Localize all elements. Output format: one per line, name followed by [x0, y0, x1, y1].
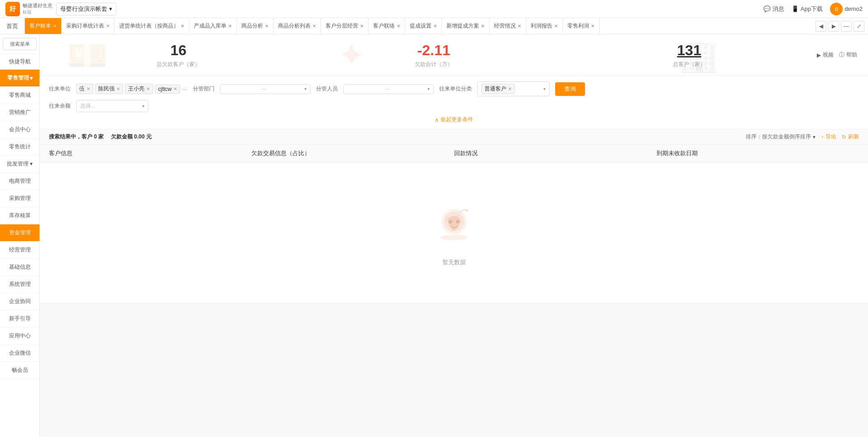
- tab-purchase-order-stats[interactable]: 采购订单统计表 ✕: [62, 18, 115, 34]
- person-filter-select[interactable]: ··· ▾: [343, 84, 434, 94]
- tab-product-inbound-close[interactable]: ✕: [228, 24, 232, 28]
- tab-inbound-stats-close[interactable]: ✕: [181, 24, 184, 28]
- sidebar-item-purchase[interactable]: 采购管理: [0, 190, 39, 207]
- tab-profit-report[interactable]: 利润报告 ✕: [526, 18, 563, 34]
- tab-customer-segment-close[interactable]: ✕: [360, 24, 364, 28]
- tab-product-analysis-list[interactable]: 商品分析列表 ✕: [273, 18, 321, 34]
- tab-add-solution-close[interactable]: ✕: [481, 24, 484, 28]
- sidebar-item-member-center[interactable]: 会员中心: [0, 121, 39, 138]
- tab-product-inbound[interactable]: 产成品入库单 ✕: [189, 18, 237, 34]
- tab-customer-ledger[interactable]: 客户账本 ✕: [25, 18, 62, 34]
- nav-maximize-button[interactable]: ⤢: [854, 21, 864, 32]
- tab-promotion-settings[interactable]: 提成设置 ✕: [405, 18, 442, 34]
- unit-tag-wu-remove[interactable]: ✕: [86, 86, 90, 91]
- sidebar-item-system[interactable]: 系统管理: [0, 276, 39, 293]
- results-search-prefix: 搜索结果中，客户: [49, 133, 92, 140]
- tab-purchase-order-stats-close[interactable]: ✕: [106, 24, 110, 28]
- nav-prev-button[interactable]: ◀: [815, 21, 826, 32]
- sidebar-item-marketing[interactable]: 营销推广: [0, 104, 39, 121]
- video-help-button[interactable]: ▶ 视频: [817, 51, 834, 59]
- tab-product-analysis[interactable]: 商品分析 ✕: [237, 18, 273, 34]
- sidebar-item-new-guide[interactable]: 新手引导: [0, 310, 39, 328]
- tab-product-analysis-list-label: 商品分析列表: [278, 22, 311, 30]
- tab-profit-report-close[interactable]: ✕: [554, 24, 558, 28]
- app-label: App下载: [801, 5, 823, 13]
- unit-tag-wang-remove[interactable]: ✕: [146, 86, 150, 91]
- balance-filter-select[interactable]: 选择... ▾: [76, 100, 149, 112]
- results-actions: 排序：按欠款金额倒序排序 ▾ ↑ 导出 ↻ 刷新: [746, 133, 859, 141]
- sidebar-item-batch-mgmt-label: 批发管理 ▾: [7, 161, 33, 167]
- export-button[interactable]: ↑ 导出: [821, 133, 836, 141]
- export-icon: ↑: [821, 134, 824, 140]
- refresh-icon: ↻: [842, 134, 846, 140]
- tab-customer-segment[interactable]: 客户分层经营 ✕: [321, 18, 369, 34]
- collapse-button[interactable]: ∧ 收起更多条件: [49, 116, 859, 124]
- tab-product-analysis-close[interactable]: ✕: [265, 24, 269, 28]
- dept-filter-select[interactable]: ··· ▾: [220, 84, 311, 94]
- sort-arrow-icon: ▾: [813, 134, 815, 140]
- tab-product-analysis-list-close[interactable]: ✕: [312, 24, 316, 28]
- app-download-button[interactable]: 📱 App下载: [791, 5, 823, 13]
- sidebar-item-retail-mgmt[interactable]: 零售管理 ▾: [0, 70, 39, 87]
- tab-promotion-settings-close[interactable]: ✕: [433, 24, 437, 28]
- unit-filter-tags: 伍 ✕ 陈民强 ✕ 王小亮 ✕ cjttcw ✕ ···: [76, 84, 187, 94]
- tab-customer-contact[interactable]: 客户联络 ✕: [369, 18, 405, 34]
- search-menu-button[interactable]: 搜索菜单: [3, 38, 37, 50]
- sidebar-item-inventory-label: 库存核算: [9, 212, 31, 218]
- tab-retail-profit[interactable]: 零售利润 ✕: [563, 18, 599, 34]
- top-bar: 好 畅捷通好生意 标版 母婴行业演示帐套 ▾ 💬 消息 📱 App下载 d de…: [0, 0, 868, 18]
- nav-next-button[interactable]: ▶: [828, 21, 839, 32]
- unit-tag-cjttcw: cjttcw ✕: [155, 85, 180, 94]
- nav-minimize-button[interactable]: —: [841, 21, 852, 32]
- sidebar-item-app-center[interactable]: 应用中心: [0, 328, 39, 345]
- tab-retail-profit-close[interactable]: ✕: [591, 24, 595, 28]
- sidebar-item-operations[interactable]: 经营管理: [0, 242, 39, 259]
- unit-tag-cjttcw-remove[interactable]: ✕: [173, 86, 177, 91]
- tab-home[interactable]: 首页: [0, 18, 25, 34]
- content-area: 💴 16 总欠款客户（家） ✦ -2.11 欠款合计（万） 🏢 131 总客户（…: [40, 34, 868, 437]
- tab-customer-contact-close[interactable]: ✕: [397, 24, 400, 28]
- dept-filter-label: 分管部门: [193, 85, 215, 93]
- col-repayment: 回款情况: [454, 149, 657, 157]
- tab-add-solution-label: 新增提成方案: [446, 22, 479, 30]
- tab-operations[interactable]: 经营情况 ✕: [489, 18, 526, 34]
- sidebar-item-system-label: 系统管理: [9, 281, 31, 287]
- query-button[interactable]: 查询: [555, 82, 585, 96]
- unit-filter-label: 往来单位: [49, 85, 71, 93]
- help-button[interactable]: ⓘ 帮助: [839, 51, 857, 59]
- stat-debt-label: 欠款合计（万）: [306, 61, 561, 68]
- unit-filter-more[interactable]: ···: [182, 86, 187, 93]
- sidebar-item-vip-member[interactable]: 畅会员: [0, 362, 39, 379]
- refresh-button[interactable]: ↻ 刷新: [842, 133, 859, 141]
- message-button[interactable]: 💬 消息: [763, 5, 784, 13]
- sort-selector[interactable]: 排序：按欠款金额倒序排序 ▾: [746, 133, 815, 141]
- sidebar-item-enterprise-wechat[interactable]: 企业微信: [0, 345, 39, 362]
- nav-tabs: 首页 客户账本 ✕ 采购订单统计表 ✕ 进货单统计表（按商品） ✕ 产成品入库单…: [0, 18, 868, 34]
- person-filter-more-dots: ···: [385, 86, 389, 92]
- tab-operations-close[interactable]: ✕: [518, 24, 521, 28]
- tab-inbound-stats[interactable]: 进货单统计表（按商品） ✕: [115, 18, 189, 34]
- logo-icon: 好: [5, 2, 20, 16]
- stat-clients-number: 131: [561, 42, 817, 59]
- dept-filter-arrow: ▾: [304, 86, 307, 91]
- sidebar-item-ecommerce[interactable]: 电商管理: [0, 173, 39, 190]
- account-selector[interactable]: 母婴行业演示帐套 ▾: [56, 3, 116, 15]
- tab-add-solution[interactable]: 新增提成方案 ✕: [442, 18, 489, 34]
- sidebar-item-finance[interactable]: 资金管理: [0, 224, 39, 242]
- category-filter-select[interactable]: 普通客户 ✕ ▾: [477, 81, 550, 96]
- app-icon: 📱: [791, 5, 799, 12]
- tab-customer-ledger-close[interactable]: ✕: [53, 24, 57, 28]
- quick-nav-button[interactable]: 快捷导航: [0, 54, 39, 70]
- sidebar-item-retail-mall[interactable]: 零售商城: [0, 87, 39, 104]
- unit-tag-chen-remove[interactable]: ✕: [116, 86, 120, 91]
- category-tag-normal-remove[interactable]: ✕: [508, 86, 512, 91]
- sidebar-item-batch-mgmt[interactable]: 批发管理 ▾: [0, 156, 39, 173]
- stat-customers-label: 总欠款客户（家）: [51, 61, 306, 68]
- user-area[interactable]: d demo2: [830, 3, 863, 15]
- results-bar: 搜索结果中，客户 0 家 欠款金额 0.00 元 排序：按欠款金额倒序排序 ▾ …: [40, 129, 868, 145]
- sidebar-item-basic-info[interactable]: 基础信息: [0, 259, 39, 276]
- sidebar-item-enterprise-collab[interactable]: 企业协同: [0, 293, 39, 310]
- sidebar-item-retail-stats[interactable]: 零售统计: [0, 138, 39, 156]
- logo-subtitle: 标版: [23, 9, 53, 15]
- sidebar-item-inventory[interactable]: 库存核算: [0, 207, 39, 224]
